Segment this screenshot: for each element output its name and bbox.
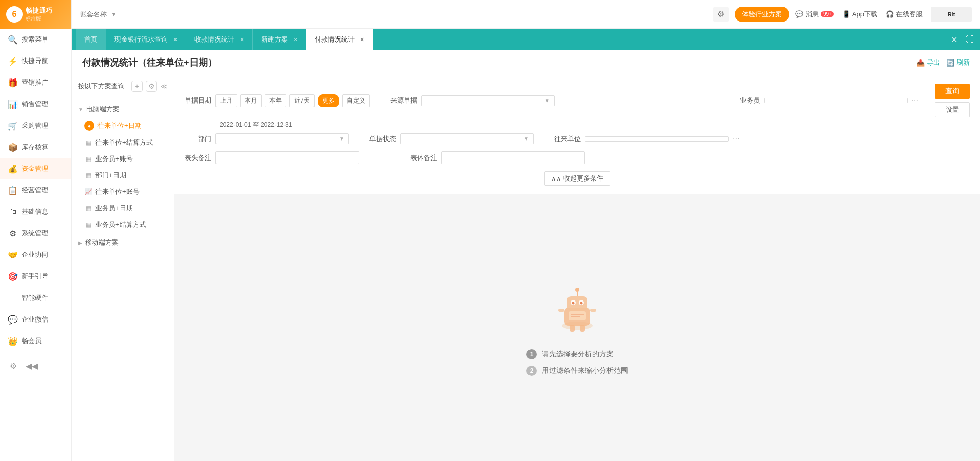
collapse-more-btn[interactable]: ∧∧ 收起更多条件 [544, 171, 610, 186]
messages-btn[interactable]: 💬 消息 99+ [795, 10, 834, 19]
date-filter: 单据日期 上月 本月 本年 近7天 更多 自定义 [185, 94, 370, 107]
header-note-filter: 表头备注 [185, 151, 359, 164]
unit-more-btn[interactable]: ··· [733, 134, 739, 144]
scheme-settings-btn[interactable]: ⚙ [146, 81, 157, 92]
date-custom-btn[interactable]: 自定义 [342, 94, 370, 107]
scheme-unit-settle[interactable]: ▦ 往来单位+结算方式 [78, 134, 174, 151]
clipboard-icon: 📋 [8, 186, 17, 195]
sidebar-item-system[interactable]: ⚙ 系统管理 [0, 223, 71, 244]
tab-receipt-close[interactable]: ✕ [240, 36, 244, 43]
sidebar-item-label: 基础信息 [22, 207, 48, 216]
tab-bank-close[interactable]: ✕ [173, 36, 178, 43]
sidebar-item-quick-nav[interactable]: ⚡ 快捷导航 [0, 50, 71, 72]
avatar[interactable]: Rit [931, 7, 972, 22]
left-panel: 按以下方案查询 + ⚙ ≪ ▼ 电脑端方案 [72, 75, 174, 461]
status-filter: 单据状态 ▼ [369, 133, 534, 144]
status-select[interactable]: ▼ [400, 133, 534, 144]
sidebar-item-member[interactable]: 👑 畅会员 [0, 330, 71, 352]
scheme-unit-settle-label: 往来单位+结算方式 [95, 138, 153, 147]
tab-receipt[interactable]: 收款情况统计 ✕ [186, 29, 253, 50]
unit-select[interactable] [585, 136, 729, 142]
scheme-icon: ▦ [84, 155, 92, 163]
sidebar-item-marketing[interactable]: 🎁 营销推广 [0, 72, 71, 93]
tab-fullscreen-btn[interactable]: ⛶ [964, 33, 976, 46]
settings-btn[interactable]: 设置 [935, 102, 970, 117]
sidebar-item-wechat[interactable]: 💬 企业微信 [0, 309, 71, 330]
sidebar-item-search[interactable]: 🔍 搜索菜单 [0, 29, 71, 50]
sidebar-item-hardware[interactable]: 🖥 智能硬件 [0, 287, 71, 309]
export-btn[interactable]: 📤 导出 [916, 58, 940, 67]
refresh-btn[interactable]: 🔄 刷新 [946, 58, 970, 67]
source-select[interactable]: ▼ [421, 95, 555, 106]
unit-filter-label: 往来单位 [554, 134, 581, 144]
scheme-icon: ▦ [84, 221, 92, 229]
collapse-sidebar-btn[interactable]: ◀◀ [25, 358, 39, 373]
sidebar-item-label: 快捷导航 [22, 56, 48, 66]
message-badge: 99+ [821, 11, 834, 17]
mobile-scheme-header[interactable]: ▶ 移动端方案 [72, 235, 174, 250]
date-this-year-btn[interactable]: 本年 [265, 94, 286, 107]
collapse-icon: ∧∧ [551, 175, 561, 183]
tab-payment[interactable]: 付款情况统计 ✕ [306, 29, 373, 50]
sidebar-item-label: 企业协同 [22, 250, 48, 259]
tab-payment-close[interactable]: ✕ [360, 36, 364, 43]
scheme-dept-date[interactable]: ▦ 部门+日期 [78, 167, 174, 184]
logo-icon: 6 [6, 6, 23, 23]
tab-home[interactable]: 首页 [76, 29, 106, 50]
app-download-btn[interactable]: 📱 App下载 [842, 10, 877, 19]
online-service-btn[interactable]: 🎧 在线客服 [886, 10, 923, 19]
header-note-input[interactable] [215, 151, 359, 164]
desktop-scheme-label: 电脑端方案 [86, 105, 120, 114]
date-more-btn[interactable]: 更多 [318, 94, 339, 107]
sidebar-item-guide[interactable]: 🎯 新手引导 [0, 266, 71, 287]
desktop-scheme-header[interactable]: ▼ 电脑端方案 [72, 102, 174, 117]
account-name: 账套名称 [80, 10, 107, 19]
svg-rect-11 [570, 325, 575, 332]
scheme-staff-account[interactable]: ▦ 业务员+账号 [78, 151, 174, 167]
body-note-input[interactable] [441, 151, 585, 164]
scheme-staff-date[interactable]: ▦ 业务员+日期 [78, 200, 174, 216]
hint-2-text: 用过滤条件来缩小分析范围 [542, 366, 628, 375]
app-label: App下载 [852, 10, 877, 19]
sidebar-item-funds[interactable]: 💰 资金管理 [0, 158, 71, 179]
query-btn[interactable]: 查询 [935, 84, 970, 99]
sidebar-item-purchase[interactable]: 🛒 采购管理 [0, 115, 71, 136]
dropdown-arrow-icon[interactable]: ▼ [111, 11, 117, 18]
add-scheme-btn[interactable]: + [131, 81, 143, 92]
sidebar-item-label: 资金管理 [22, 164, 48, 173]
logo-name: 畅捷通巧 [26, 6, 52, 15]
collapse-panel-btn[interactable]: ≪ [160, 82, 168, 90]
trial-industry-btn[interactable]: 体验行业方案 [735, 7, 789, 22]
refresh-label: 刷新 [956, 58, 970, 67]
arrow-right-icon: ▶ [78, 240, 82, 246]
logo-text: 畅捷通巧 标准版 [26, 6, 52, 23]
sidebar-item-basic-info[interactable]: 🗂 基础信息 [0, 201, 71, 223]
date-last-month-btn[interactable]: 上月 [215, 94, 237, 107]
scheme-unit-date[interactable]: ● 往来单位+日期 [78, 117, 174, 134]
scheme-staff-settle[interactable]: ▦ 业务员+结算方式 [78, 216, 174, 233]
staff-select[interactable] [764, 98, 908, 103]
money-icon: 💰 [8, 164, 17, 173]
sidebar-item-sales[interactable]: 📊 销售管理 [0, 93, 71, 115]
tab-close-all-btn[interactable]: ✕ [949, 33, 959, 47]
settings-icon[interactable]: ⚙ [6, 358, 21, 373]
sidebar-item-enterprise[interactable]: 🤝 企业协同 [0, 244, 71, 266]
sidebar-item-operations[interactable]: 📋 经营管理 [0, 179, 71, 201]
sidebar-item-label: 系统管理 [22, 229, 48, 238]
tab-new-scheme-close[interactable]: ✕ [293, 36, 298, 43]
desktop-scheme-items: ● 往来单位+日期 ▦ 往来单位+结算方式 ▦ 业务员+账号 [72, 117, 174, 233]
dept-select[interactable]: ▼ [215, 133, 349, 144]
header-settings-btn[interactable]: ⚙ [713, 7, 729, 22]
filter-row-2: 部门 ▼ 单据状态 ▼ [185, 133, 970, 144]
date-7days-btn[interactable]: 近7天 [289, 94, 315, 107]
tab-bank[interactable]: 现金银行流水查询 ✕ [106, 29, 186, 50]
body-note-label: 表体备注 [410, 153, 437, 163]
staff-more-btn[interactable]: ··· [912, 96, 918, 105]
tab-new-scheme[interactable]: 新建方案 ✕ [253, 29, 306, 50]
svg-point-5 [572, 302, 575, 305]
sidebar-item-label: 畅会员 [22, 336, 42, 346]
svg-point-8 [575, 288, 579, 292]
sidebar-item-inventory[interactable]: 📦 库存核算 [0, 136, 71, 158]
date-this-month-btn[interactable]: 本月 [240, 94, 262, 107]
scheme-unit-account[interactable]: 📈 往来单位+账号 [78, 184, 174, 200]
